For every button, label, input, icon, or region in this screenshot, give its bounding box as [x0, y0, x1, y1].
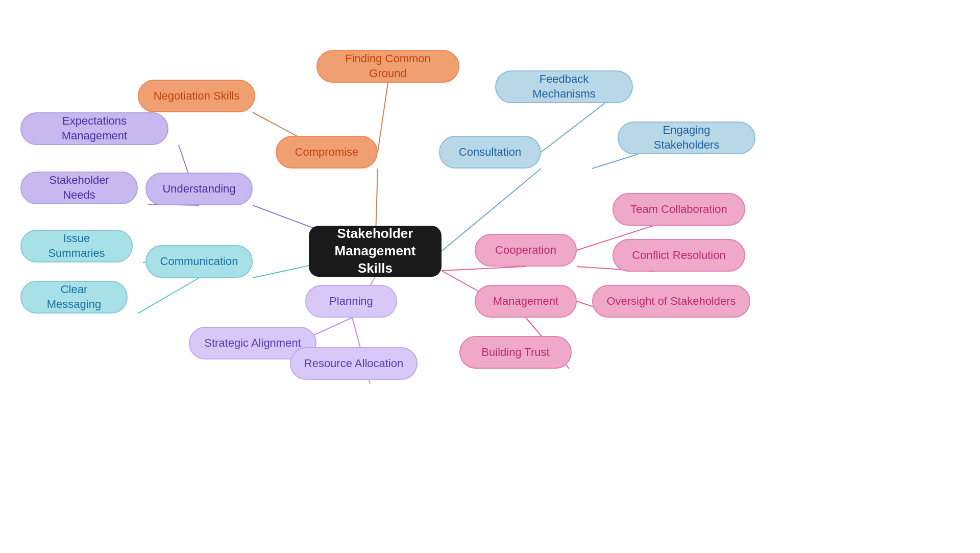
node-issue-summaries: Issue Summaries [20, 230, 133, 262]
svg-line-10 [592, 154, 638, 169]
node-understanding: Understanding [145, 173, 253, 205]
node-compromise: Compromise [276, 136, 378, 169]
node-planning: Planning [305, 285, 397, 318]
node-team-collaboration: Team Collaboration [612, 193, 745, 226]
node-management: Management [475, 285, 577, 318]
node-negotiation-skills: Negotiation Skills [138, 80, 255, 112]
svg-line-4 [442, 267, 526, 271]
node-cooperation: Cooperation [475, 234, 577, 267]
node-building-trust: Building Trust [459, 336, 572, 369]
node-expectations-management: Expectations Management [20, 112, 168, 145]
node-oversight-of-stakeholders: Oversight of Stakeholders [592, 285, 750, 318]
svg-line-9 [541, 103, 605, 152]
node-conflict-resolution: Conflict Resolution [612, 239, 745, 272]
node-communication: Communication [145, 245, 253, 278]
node-clear-messaging: Clear Messaging [20, 281, 128, 314]
node-resource-allocation: Resource Allocation [290, 347, 418, 380]
center-node: Stakeholder ManagementSkills [309, 226, 442, 277]
node-engaging-stakeholders: Engaging Stakeholders [618, 122, 755, 154]
node-finding-common-ground: Finding Common Ground [316, 50, 459, 83]
node-feedback-mechanisms: Feedback Mechanisms [495, 70, 633, 103]
svg-line-7 [378, 83, 388, 152]
node-stakeholder-needs: Stakeholder Needs [20, 172, 138, 204]
svg-line-14 [138, 278, 199, 314]
node-consultation: Consultation [439, 136, 541, 169]
